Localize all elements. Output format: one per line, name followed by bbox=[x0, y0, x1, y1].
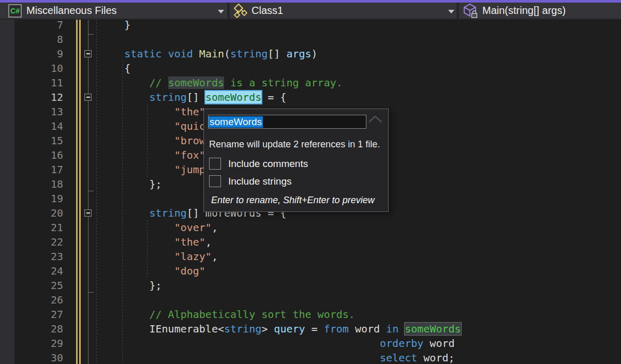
member-dropdown-label: Main(string[] args) bbox=[482, 5, 566, 17]
code-navigation-bar: C# Miscellaneous Files Class1 Main(strin… bbox=[0, 3, 621, 20]
line-number[interactable]: 30 bbox=[14, 351, 63, 364]
include-strings-checkbox[interactable] bbox=[209, 175, 221, 187]
code-line-30[interactable]: select word; bbox=[75, 351, 461, 364]
code-line-29[interactable]: orderby word bbox=[75, 336, 461, 351]
type-dropdown-label: Class1 bbox=[252, 5, 283, 17]
line-number[interactable]: 22 bbox=[14, 235, 63, 249]
code-line-10[interactable]: { bbox=[75, 61, 461, 75]
rename-dialog: someWords Rename will update 2 reference… bbox=[203, 109, 389, 212]
code-line-22[interactable]: "the", bbox=[75, 235, 461, 249]
window-accent-strip bbox=[0, 0, 621, 3]
csharp-file-icon: C# bbox=[8, 4, 22, 18]
code-line-25[interactable]: }; bbox=[75, 278, 461, 293]
breakpoint-margin[interactable] bbox=[0, 20, 14, 364]
line-number[interactable]: 16 bbox=[14, 148, 63, 162]
line-number[interactable]: 25 bbox=[14, 278, 63, 293]
line-number[interactable]: 19 bbox=[14, 191, 63, 206]
line-number[interactable]: 28 bbox=[14, 322, 63, 336]
code-line-11[interactable]: // someWords is a string array. bbox=[75, 75, 461, 90]
include-comments-label[interactable]: Include comments bbox=[228, 158, 308, 170]
chevron-down-icon bbox=[448, 10, 454, 13]
include-comments-row: Include comments bbox=[209, 158, 308, 170]
line-number[interactable]: 27 bbox=[14, 307, 63, 322]
include-strings-row: Include strings bbox=[209, 175, 292, 187]
line-number[interactable]: 12 bbox=[14, 90, 63, 104]
class-icon bbox=[233, 3, 248, 19]
collapse-chevron-icon[interactable] bbox=[367, 114, 383, 124]
collapse-icon bbox=[86, 213, 90, 214]
type-dropdown[interactable]: Class1 bbox=[230, 3, 456, 19]
member-dropdown[interactable]: Main(string[] args) bbox=[460, 3, 621, 19]
line-number[interactable]: 17 bbox=[14, 162, 63, 177]
collapse-icon bbox=[86, 53, 90, 54]
navbar-divider bbox=[456, 3, 459, 19]
line-number[interactable]: 29 bbox=[14, 336, 63, 351]
line-number[interactable]: 8 bbox=[14, 32, 63, 47]
code-line-21[interactable]: "over", bbox=[75, 220, 461, 235]
line-number[interactable]: 13 bbox=[14, 104, 63, 119]
line-number[interactable]: 18 bbox=[14, 177, 63, 191]
line-number[interactable]: 7 bbox=[14, 18, 63, 32]
code-line-27[interactable]: // Alphabetically sort the words. bbox=[75, 307, 461, 322]
project-dropdown-label: Miscellaneous Files bbox=[26, 5, 117, 17]
line-number[interactable]: 26 bbox=[14, 293, 63, 307]
code-line-23[interactable]: "lazy", bbox=[75, 249, 461, 264]
line-number[interactable]: 23 bbox=[14, 249, 63, 264]
chevron-down-icon bbox=[218, 10, 224, 13]
code-line-8[interactable] bbox=[75, 32, 461, 47]
fold-marker[interactable] bbox=[84, 50, 92, 57]
collapse-icon bbox=[86, 97, 90, 98]
rename-input-selected-text: someWords bbox=[209, 116, 263, 128]
rename-message: Rename will update 2 references in 1 fil… bbox=[209, 139, 380, 150]
line-number-gutter[interactable]: 7891011121314151617181920212223242526272… bbox=[14, 18, 63, 364]
fold-marker[interactable] bbox=[84, 209, 92, 217]
include-comments-checkbox[interactable] bbox=[209, 158, 221, 170]
fold-marker[interactable] bbox=[84, 94, 92, 101]
code-line-28[interactable]: IEnumerable<string> query = from word in… bbox=[75, 322, 461, 336]
line-number[interactable]: 14 bbox=[14, 119, 63, 133]
code-line-7[interactable]: } bbox=[75, 18, 461, 32]
line-number[interactable]: 11 bbox=[14, 75, 63, 90]
line-number[interactable]: 9 bbox=[14, 47, 63, 61]
rename-hint: Enter to rename, Shift+Enter to preview bbox=[211, 195, 375, 206]
method-lock-icon bbox=[463, 3, 479, 19]
include-strings-label[interactable]: Include strings bbox=[228, 176, 292, 187]
rename-input[interactable]: someWords bbox=[208, 115, 366, 129]
line-number[interactable]: 24 bbox=[14, 264, 63, 278]
code-line-12[interactable]: string[] someWords = { bbox=[75, 90, 461, 104]
line-number[interactable]: 15 bbox=[14, 133, 63, 148]
code-line-9[interactable]: static void Main(string[] args) bbox=[75, 47, 461, 61]
line-number[interactable]: 20 bbox=[14, 206, 63, 220]
line-number[interactable]: 10 bbox=[14, 61, 63, 75]
project-dropdown[interactable]: C# Miscellaneous Files bbox=[0, 3, 227, 19]
line-number[interactable]: 21 bbox=[14, 220, 63, 235]
code-line-26[interactable] bbox=[75, 293, 461, 307]
code-line-24[interactable]: "dog" bbox=[75, 264, 461, 278]
